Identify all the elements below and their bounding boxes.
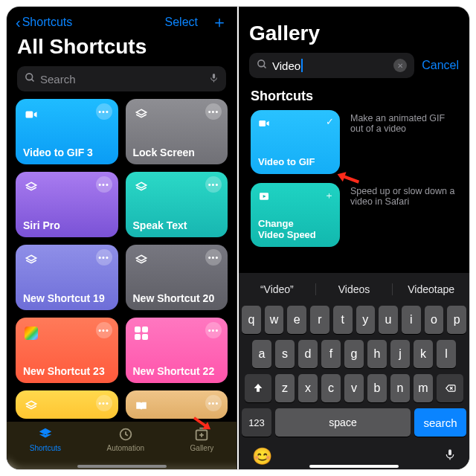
shortcuts-app-screen: ‹ Shortcuts Select ＋ All Shortcuts Searc… bbox=[7, 7, 237, 470]
backspace-key[interactable] bbox=[437, 374, 463, 402]
keyboard: “Video” Videos Videotape q w e r t y u i… bbox=[239, 273, 469, 470]
more-icon[interactable]: ••• bbox=[96, 322, 112, 338]
shift-key[interactable] bbox=[245, 374, 271, 402]
key-t[interactable]: t bbox=[333, 306, 353, 334]
search-key[interactable]: search bbox=[414, 408, 466, 437]
tab-shortcuts[interactable]: Shortcuts bbox=[30, 426, 61, 452]
shortcuts-grid: ••• Video to GIF 3 ••• Lock Screen ••• S… bbox=[7, 99, 237, 419]
automation-tab-icon bbox=[118, 426, 134, 443]
key-l[interactable]: l bbox=[437, 340, 456, 368]
back-button[interactable]: ‹ Shortcuts bbox=[16, 15, 72, 30]
shortcut-tile[interactable]: ••• bbox=[126, 390, 228, 419]
plus-icon[interactable]: ＋ bbox=[324, 189, 334, 202]
more-icon[interactable]: ••• bbox=[205, 322, 222, 338]
suggestion[interactable]: Videos bbox=[316, 283, 393, 295]
suggestion[interactable]: Videotape bbox=[393, 283, 469, 295]
key-o[interactable]: o bbox=[425, 306, 444, 334]
key-j[interactable]: j bbox=[390, 340, 410, 368]
tile-label: New Shortcut 23 bbox=[23, 365, 105, 377]
search-result[interactable]: ✓ Video to GIF Make an animated GIF out … bbox=[239, 110, 469, 183]
key-z[interactable]: z bbox=[275, 374, 295, 402]
shortcut-tile[interactable]: ••• bbox=[16, 390, 118, 419]
book-icon bbox=[133, 398, 149, 414]
home-indicator[interactable] bbox=[309, 465, 399, 468]
result-label: Video to GIF bbox=[258, 157, 315, 168]
add-shortcut-button[interactable]: ＋ bbox=[211, 11, 228, 33]
space-key[interactable]: space bbox=[275, 408, 411, 437]
more-icon[interactable]: ••• bbox=[96, 249, 112, 266]
tile-label: Speak Text bbox=[133, 219, 187, 231]
tab-label: Automation bbox=[106, 444, 144, 452]
key-m[interactable]: m bbox=[414, 374, 433, 402]
key-f[interactable]: f bbox=[321, 340, 341, 368]
suggestion[interactable]: “Video” bbox=[239, 283, 316, 295]
result-label: Change Video Speed bbox=[258, 219, 316, 241]
search-placeholder: Search bbox=[40, 73, 209, 86]
cancel-button[interactable]: Cancel bbox=[422, 59, 459, 72]
shortcut-tile[interactable]: ••• Siri Pro bbox=[16, 172, 118, 237]
suggestion-bar: “Video” Videos Videotape bbox=[239, 276, 469, 303]
chevron-left-icon: ‹ bbox=[16, 15, 21, 30]
search-icon bbox=[25, 72, 36, 86]
more-icon[interactable]: ••• bbox=[205, 249, 222, 266]
dictation-key[interactable] bbox=[444, 446, 456, 467]
more-icon[interactable]: ••• bbox=[205, 176, 222, 193]
tile-label: New Shortcut 22 bbox=[133, 365, 215, 377]
layers-icon bbox=[133, 179, 149, 196]
key-d[interactable]: d bbox=[298, 340, 318, 368]
tab-automation[interactable]: Automation bbox=[106, 426, 144, 452]
select-button[interactable]: Select bbox=[165, 16, 198, 29]
more-icon[interactable]: ••• bbox=[205, 395, 222, 411]
shortcut-tile[interactable]: ••• New Shortcut 20 bbox=[126, 245, 228, 310]
page-title: All Shortcuts bbox=[7, 35, 237, 63]
key-b[interactable]: b bbox=[367, 374, 387, 402]
svg-rect-9 bbox=[259, 120, 266, 126]
key-i[interactable]: i bbox=[402, 306, 421, 334]
more-icon[interactable]: ••• bbox=[205, 103, 222, 120]
key-s[interactable]: s bbox=[275, 340, 295, 368]
key-e[interactable]: e bbox=[287, 306, 306, 334]
numbers-key[interactable]: 123 bbox=[242, 408, 271, 437]
key-c[interactable]: c bbox=[321, 374, 341, 402]
key-k[interactable]: k bbox=[414, 340, 433, 368]
more-icon[interactable]: ••• bbox=[96, 395, 112, 411]
nav-bar: ‹ Shortcuts Select ＋ bbox=[7, 7, 237, 35]
key-r[interactable]: r bbox=[310, 306, 329, 334]
key-p[interactable]: p bbox=[447, 306, 466, 334]
key-u[interactable]: u bbox=[379, 306, 398, 334]
more-icon[interactable]: ••• bbox=[96, 176, 112, 193]
play-icon bbox=[258, 190, 270, 205]
text-caret bbox=[301, 59, 303, 72]
key-g[interactable]: g bbox=[344, 340, 364, 368]
shortcut-tile[interactable]: ••• New Shortcut 23 bbox=[16, 318, 118, 383]
key-h[interactable]: h bbox=[367, 340, 387, 368]
shortcut-tile[interactable]: ••• Speak Text bbox=[126, 172, 228, 237]
key-x[interactable]: x bbox=[298, 374, 318, 402]
search-icon bbox=[257, 59, 268, 72]
home-indicator[interactable] bbox=[77, 465, 167, 468]
search-input[interactable]: Video ✕ bbox=[249, 53, 414, 78]
key-v[interactable]: v bbox=[344, 374, 364, 402]
shortcut-tile[interactable]: ••• Video to GIF 3 bbox=[16, 99, 118, 164]
search-input[interactable]: Search bbox=[17, 66, 226, 91]
key-w[interactable]: w bbox=[265, 306, 284, 334]
more-icon[interactable]: ••• bbox=[96, 103, 112, 120]
page-title: Gallery bbox=[239, 7, 469, 50]
tile-label: New Shortcut 20 bbox=[133, 292, 215, 304]
search-result[interactable]: ＋ Change Video Speed Speed up or slow do… bbox=[239, 183, 469, 256]
shortcut-tile[interactable]: ••• New Shortcut 19 bbox=[16, 245, 118, 310]
result-tile[interactable]: ✓ Video to GIF bbox=[251, 110, 340, 174]
gallery-screen: Gallery Video ✕ Cancel Shortcuts ✓ Video… bbox=[239, 7, 469, 470]
key-a[interactable]: a bbox=[252, 340, 271, 368]
key-n[interactable]: n bbox=[390, 374, 410, 402]
shortcut-tile[interactable]: ••• Lock Screen bbox=[126, 99, 228, 164]
key-q[interactable]: q bbox=[242, 306, 261, 334]
svg-point-0 bbox=[26, 74, 33, 80]
mic-icon[interactable] bbox=[209, 71, 219, 86]
key-row: 123 space search bbox=[239, 405, 469, 440]
shortcut-tile[interactable]: ••• New Shortcut 22 bbox=[126, 318, 228, 383]
result-tile[interactable]: ＋ Change Video Speed bbox=[251, 183, 340, 247]
clear-icon[interactable]: ✕ bbox=[393, 59, 407, 72]
key-y[interactable]: y bbox=[356, 306, 376, 334]
emoji-key[interactable]: 😊 bbox=[252, 447, 272, 466]
